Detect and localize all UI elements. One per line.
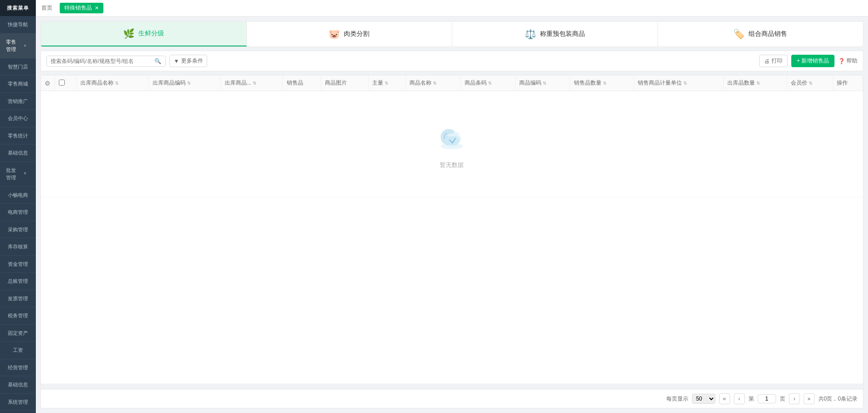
th-sale-item: 销售品 bbox=[283, 75, 321, 91]
page-input[interactable] bbox=[758, 394, 776, 403]
data-table: ⚙ 出库商品名称 ⇅ bbox=[41, 75, 863, 197]
filter-label: 更多条件 bbox=[181, 57, 203, 65]
horizontal-scrollbar[interactable] bbox=[41, 384, 863, 389]
empty-state: 暂无数据 bbox=[41, 91, 863, 197]
sidebar-item-tax[interactable]: 税务管理 bbox=[0, 307, 36, 325]
th-gear[interactable]: ⚙ bbox=[41, 75, 55, 91]
sidebar-item-retailmall[interactable]: 零售商城 bbox=[0, 75, 36, 93]
sort-icon-mainqty[interactable]: ⇅ bbox=[385, 80, 388, 86]
sidebar-item-marketing[interactable]: 营销推广 bbox=[0, 93, 36, 110]
sidebar-item-ecommgmt[interactable]: 电商管理 bbox=[0, 204, 36, 221]
cat-tab-weight-label: 称重预包装商品 bbox=[540, 30, 585, 38]
sidebar-item-assets[interactable]: 固定资产 bbox=[0, 325, 36, 342]
sort-icon-outdot[interactable]: ⇅ bbox=[253, 80, 256, 86]
th-image: 商品图片 bbox=[321, 75, 368, 91]
th-out-dot: 出库商品... ⇅ bbox=[221, 75, 283, 91]
sidebar-item-inventory[interactable]: 库存核算 bbox=[0, 238, 36, 256]
sidebar-item-retail[interactable]: 零售管理 ▲ bbox=[0, 34, 36, 58]
sidebar-item-ledger[interactable]: 总账管理 bbox=[0, 273, 36, 290]
sort-icon-goodscode[interactable]: ⇅ bbox=[543, 80, 546, 86]
add-button[interactable]: + 新增销售品 bbox=[791, 55, 834, 67]
first-page-button[interactable]: « bbox=[719, 393, 730, 404]
filter-icon: ▼ bbox=[174, 58, 179, 64]
sidebar-item-smartstore[interactable]: 智慧门店 bbox=[0, 58, 36, 76]
print-button[interactable]: 🖨 打印 bbox=[759, 55, 788, 67]
sort-icon-barcode[interactable]: ⇅ bbox=[488, 80, 492, 86]
cat-tab-combo[interactable]: 🏷️ 组合商品销售 bbox=[658, 22, 863, 46]
per-page-select[interactable]: 50 10 20 100 bbox=[692, 394, 715, 404]
help-button[interactable]: ❓ 帮助 bbox=[838, 57, 857, 65]
sort-icon-outqty[interactable]: ⇅ bbox=[756, 80, 760, 86]
active-tab-tag[interactable]: 特殊销售品 ✕ bbox=[60, 3, 103, 13]
table-wrapper[interactable]: ⚙ 出库商品名称 ⇅ bbox=[41, 75, 863, 384]
main-content: 首页 特殊销售品 ✕ 🌿 生鲜分级 🐷 肉类分割 ⚖️ 称重预包装商品 🏷️ bbox=[36, 0, 868, 413]
cat-tab-fresh[interactable]: 🌿 生鲜分级 bbox=[41, 22, 247, 46]
th-action: 操作 bbox=[833, 75, 863, 91]
page-area: 🌿 生鲜分级 🐷 肉类分割 ⚖️ 称重预包装商品 🏷️ 组合商品销售 🔍 bbox=[36, 17, 868, 413]
search-box[interactable]: 🔍 bbox=[46, 56, 166, 67]
th-main-qty: 主量 ⇅ bbox=[368, 75, 406, 91]
th-sale-unit: 销售商品计量单位 ⇅ bbox=[634, 75, 723, 91]
combo-icon: 🏷️ bbox=[733, 29, 745, 40]
pagination-bar: 每页显示 50 10 20 100 « ‹ 第 页 › » 共0页，0条记录 bbox=[41, 389, 863, 408]
sidebar-item-invoice[interactable]: 发票管理 bbox=[0, 290, 36, 308]
empty-icon bbox=[433, 119, 470, 155]
cat-tab-weight[interactable]: ⚖️ 称重预包装商品 bbox=[452, 22, 658, 46]
filter-button[interactable]: ▼ 更多条件 bbox=[170, 55, 207, 67]
total-info: 共0页，0条记录 bbox=[818, 395, 857, 403]
help-icon: ❓ bbox=[838, 58, 845, 64]
sort-icon-goodsname[interactable]: ⇅ bbox=[433, 80, 437, 86]
per-page-label: 每页显示 bbox=[666, 395, 688, 403]
select-all-checkbox[interactable] bbox=[59, 80, 65, 86]
sidebar-item-sysgmt[interactable]: 系统管理 bbox=[0, 394, 36, 411]
th-out-qty: 出库品数量 ⇅ bbox=[723, 75, 787, 91]
close-icon[interactable]: ✕ bbox=[95, 5, 99, 11]
th-goods-name: 商品名称 ⇅ bbox=[406, 75, 460, 91]
category-tabs: 🌿 生鲜分级 🐷 肉类分割 ⚖️ 称重预包装商品 🏷️ 组合商品销售 bbox=[40, 21, 863, 47]
empty-row: 暂无数据 bbox=[41, 91, 863, 197]
sidebar-item-bizgmt[interactable]: 经营管理 bbox=[0, 359, 36, 377]
sidebar-item-quicknav[interactable]: 快捷导航 bbox=[0, 16, 36, 34]
chevron-down-icon2: ▼ bbox=[18, 171, 32, 177]
weight-icon: ⚖️ bbox=[525, 29, 536, 40]
th-checkbox[interactable] bbox=[55, 75, 76, 91]
sidebar-item-salary[interactable]: 工资 bbox=[0, 342, 36, 359]
tab-tag-label: 特殊销售品 bbox=[64, 4, 92, 12]
sort-icon-outcode[interactable]: ⇅ bbox=[187, 80, 191, 86]
cat-tab-fresh-label: 生鲜分级 bbox=[138, 29, 164, 38]
table-container: ⚙ 出库商品名称 ⇅ bbox=[40, 75, 863, 408]
sidebar-item-member[interactable]: 会员中心 bbox=[0, 110, 36, 127]
sort-icon-outname[interactable]: ⇅ bbox=[115, 80, 119, 86]
sidebar-item-baseinfo1[interactable]: 基础信息 bbox=[0, 144, 36, 162]
sort-icon-memberprice[interactable]: ⇅ bbox=[809, 80, 812, 86]
breadcrumb-home[interactable]: 首页 bbox=[41, 4, 52, 12]
sidebar-item-retailstat[interactable]: 零售统计 bbox=[0, 127, 36, 145]
settings-icon[interactable]: ⚙ bbox=[45, 80, 51, 87]
svg-point-3 bbox=[446, 137, 459, 146]
print-icon: 🖨 bbox=[764, 58, 770, 64]
cat-tab-meat[interactable]: 🐷 肉类分割 bbox=[247, 22, 453, 46]
sidebar-item-ecommerce[interactable]: 小畅电商 bbox=[0, 187, 36, 204]
last-page-button[interactable]: » bbox=[804, 393, 815, 404]
next-page-button[interactable]: › bbox=[789, 393, 800, 404]
cat-tab-combo-label: 组合商品销售 bbox=[749, 30, 787, 38]
prev-page-button[interactable]: ‹ bbox=[734, 393, 745, 404]
sidebar-item-purchase[interactable]: 采购管理 bbox=[0, 221, 36, 239]
add-label: + 新增销售品 bbox=[797, 57, 829, 65]
sidebar-item-corp[interactable]: 企业协同 bbox=[0, 411, 36, 413]
th-sale-qty: 销售品数量 ⇅ bbox=[570, 75, 634, 91]
page-unit: 页 bbox=[780, 395, 785, 403]
fresh-icon: 🌿 bbox=[123, 28, 135, 39]
page-label: 第 bbox=[749, 395, 754, 403]
sidebar-item-baseinfo2[interactable]: 基础信息 bbox=[0, 376, 36, 394]
sidebar-item-finance[interactable]: 资金管理 bbox=[0, 256, 36, 273]
search-icon[interactable]: 🔍 bbox=[154, 58, 161, 64]
sidebar-logo[interactable]: 搜索菜单 bbox=[0, 0, 36, 16]
sidebar: 搜索菜单 快捷导航 零售管理 ▲ 智慧门店 零售商城 营销推广 会员中心 零售统… bbox=[0, 0, 36, 413]
empty-text: 暂无数据 bbox=[440, 161, 464, 169]
search-input[interactable] bbox=[51, 58, 152, 64]
sidebar-item-wholesale[interactable]: 批发管理 ▼ bbox=[0, 162, 36, 187]
toolbar-right: 🖨 打印 + 新增销售品 ❓ 帮助 bbox=[759, 55, 857, 67]
sort-icon-saleunit[interactable]: ⇅ bbox=[683, 80, 687, 86]
sort-icon-saleqty[interactable]: ⇅ bbox=[603, 80, 607, 86]
